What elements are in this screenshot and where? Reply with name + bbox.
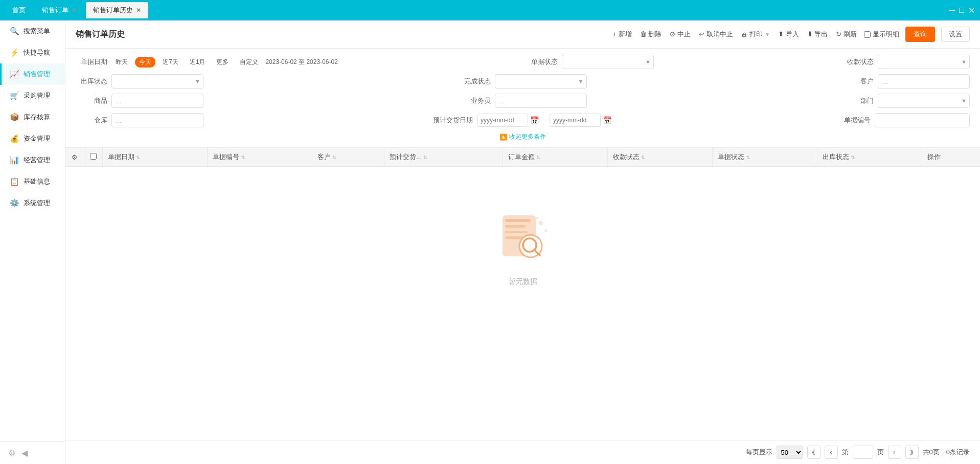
- main-layout: 🔍 搜索菜单 ⚡ 快捷导航 📈 销售管理 🛒 采购管理 📦 库存核算 💰 资金管…: [0, 20, 980, 464]
- setting-btn[interactable]: 设置: [941, 27, 970, 42]
- gear-icon[interactable]: ⚙: [72, 153, 78, 161]
- svg-point-8: [539, 221, 543, 225]
- inventory-icon: 📦: [10, 113, 19, 122]
- svg-rect-2: [505, 225, 526, 228]
- select-all-checkbox[interactable]: [90, 153, 97, 160]
- th-date[interactable]: 单据日期 ⇅: [102, 148, 207, 167]
- delivery-date-from-calendar-icon[interactable]: 📅: [530, 116, 539, 124]
- sidebar-item-sales-mgmt[interactable]: 📈 销售管理: [0, 63, 65, 85]
- system-icon: ⚙️: [10, 198, 19, 208]
- th-settings[interactable]: ⚙: [65, 148, 84, 167]
- customer-input[interactable]: ...: [878, 74, 970, 89]
- export-btn[interactable]: ⬇ 导出: [806, 28, 829, 41]
- tab-home[interactable]: 首页: [5, 2, 33, 18]
- sidebar: 🔍 搜索菜单 ⚡ 快捷导航 📈 销售管理 🛒 采购管理 📦 库存核算 💰 资金管…: [0, 20, 65, 464]
- per-page-label: 每页显示: [746, 448, 772, 457]
- th-delivery-date[interactable]: 预计交货... ⇅: [384, 148, 503, 167]
- date-tag-custom[interactable]: 自定义: [236, 57, 262, 68]
- tab-sales-order-history[interactable]: 销售订单历史 ✕: [86, 2, 148, 18]
- sidebar-item-inventory-label: 库存核算: [24, 113, 50, 122]
- amount-sort-icon: ⇅: [536, 154, 540, 160]
- th-payment-status[interactable]: 收款状态 ⇅: [607, 148, 712, 167]
- delivery-date-label: 预计交货日期: [431, 116, 477, 125]
- display-detail-label: 显示明细: [873, 30, 899, 39]
- tab-sales-order-history-close[interactable]: ✕: [136, 7, 141, 14]
- payment-status-select[interactable]: [878, 55, 970, 69]
- th-customer[interactable]: 客户 ⇅: [312, 148, 384, 167]
- date-tag-more[interactable]: 更多: [212, 57, 233, 68]
- collapse-row[interactable]: 🔼 收起更多条件: [76, 132, 970, 141]
- sidebar-item-data[interactable]: 📋 基础信息: [0, 171, 65, 192]
- new-btn[interactable]: + 新增: [612, 28, 633, 41]
- completion-status-select[interactable]: [495, 74, 587, 89]
- outbound-status-label: 出库状态: [76, 77, 111, 86]
- customer-sort-icon: ⇅: [332, 154, 336, 160]
- sidebar-item-search-menu-label: 搜索菜单: [24, 27, 50, 36]
- print-btn[interactable]: 🖨 打印 ▼: [740, 28, 771, 41]
- delivery-date-to[interactable]: [550, 114, 601, 127]
- close-btn[interactable]: ✕: [968, 6, 975, 15]
- delivery-date-separator: —: [541, 117, 548, 124]
- sidebar-bottom: ⚙ ◀: [0, 441, 65, 464]
- outbound-status-select[interactable]: [111, 74, 203, 89]
- empty-text: 暂无数据: [509, 277, 537, 286]
- display-detail-toggle[interactable]: 显示明细: [864, 30, 899, 39]
- th-outbound-status[interactable]: 出库状态 ⇅: [817, 148, 922, 167]
- sidebar-item-search-menu[interactable]: 🔍 搜索菜单: [0, 20, 65, 42]
- query-btn[interactable]: 查询: [905, 27, 935, 42]
- sidebar-collapse-icon[interactable]: ◀: [21, 448, 28, 458]
- sidebar-item-operations[interactable]: 📊 经营管理: [0, 149, 65, 171]
- sidebar-item-inventory[interactable]: 📦 库存核算: [0, 106, 65, 128]
- stop-btn[interactable]: ⊘ 中止: [669, 28, 692, 41]
- chevron-up-icon: 🔼: [499, 134, 507, 141]
- per-page-select[interactable]: 50 20 100: [777, 446, 803, 459]
- sidebar-item-finance-label: 资金管理: [24, 134, 50, 143]
- table-area: ⚙ 单据日期 ⇅ 单据编号: [65, 148, 980, 440]
- sidebar-item-finance[interactable]: 💰 资金管理: [0, 128, 65, 149]
- table-header-row: ⚙ 单据日期 ⇅ 单据编号: [65, 148, 980, 167]
- last-page-btn[interactable]: ⟫: [905, 446, 919, 459]
- import-btn[interactable]: ⬆ 导入: [777, 28, 800, 41]
- order-status-select[interactable]: [562, 55, 654, 69]
- th-checkbox[interactable]: [84, 148, 102, 167]
- maximize-btn[interactable]: □: [959, 6, 964, 15]
- th-amount[interactable]: 订单金额 ⇅: [503, 148, 607, 167]
- cancel-stop-btn[interactable]: ↩ 取消中止: [698, 28, 734, 41]
- delete-btn[interactable]: 🗑 删除: [639, 28, 663, 41]
- sidebar-item-purchase-mgmt[interactable]: 🛒 采购管理: [0, 85, 65, 106]
- page-input[interactable]: 1: [853, 446, 873, 459]
- date-tag-today[interactable]: 今天: [135, 57, 155, 68]
- tab-sales-order[interactable]: 销售订单 ✕: [35, 2, 84, 18]
- warehouse-input[interactable]: ...: [111, 113, 203, 127]
- date-tag-7days[interactable]: 近7天: [158, 57, 183, 68]
- prev-page-btn[interactable]: ‹: [825, 446, 838, 459]
- sidebar-item-operations-label: 经营管理: [24, 156, 50, 165]
- top-bar: 首页 销售订单 ✕ 销售订单历史 ✕ ─ □ ✕: [0, 0, 980, 20]
- filter-row-2: 出库状态 ▼ 完成状态 ▼ 客户 ...: [76, 74, 970, 89]
- department-select[interactable]: [878, 94, 970, 108]
- first-page-btn[interactable]: ⟪: [807, 446, 821, 459]
- filter-row-4: 仓库 ... 预计交货日期 📅 — 📅 单据编号: [76, 113, 970, 127]
- th-order-no[interactable]: 单据编号 ⇅: [207, 148, 312, 167]
- order-no-input[interactable]: [875, 113, 970, 127]
- delivery-date-to-calendar-icon[interactable]: 📅: [603, 116, 611, 124]
- order-no-sort-icon: ⇅: [241, 154, 245, 160]
- tab-sales-order-close[interactable]: ✕: [72, 7, 77, 14]
- th-amount-label: 订单金额: [508, 152, 535, 162]
- date-tag-1month[interactable]: 近1月: [186, 57, 210, 68]
- salesperson-input[interactable]: ...: [495, 94, 587, 108]
- th-order-status[interactable]: 单据状态 ⇅: [712, 148, 817, 167]
- sidebar-item-system[interactable]: ⚙️ 系统管理: [0, 192, 65, 214]
- sidebar-item-quick-nav[interactable]: ⚡ 快捷导航: [0, 42, 65, 63]
- minimize-btn[interactable]: ─: [949, 6, 955, 15]
- delivery-date-from[interactable]: [477, 114, 528, 127]
- svg-point-10: [536, 217, 538, 219]
- sidebar-settings-icon[interactable]: ⚙: [8, 448, 15, 458]
- goods-input[interactable]: ...: [111, 94, 203, 108]
- delivery-sort-icon: ⇅: [423, 154, 427, 160]
- display-detail-checkbox[interactable]: [864, 31, 871, 38]
- page-header: 销售订单历史 + 新增 🗑 删除 ⊘ 中止 ↩ 取消中止 🖨 打印 ▼ ⬆ 导入…: [65, 20, 980, 49]
- next-page-btn[interactable]: ›: [888, 446, 901, 459]
- date-tag-yesterday[interactable]: 昨天: [111, 57, 132, 68]
- refresh-btn[interactable]: ↻ 刷新: [835, 28, 858, 41]
